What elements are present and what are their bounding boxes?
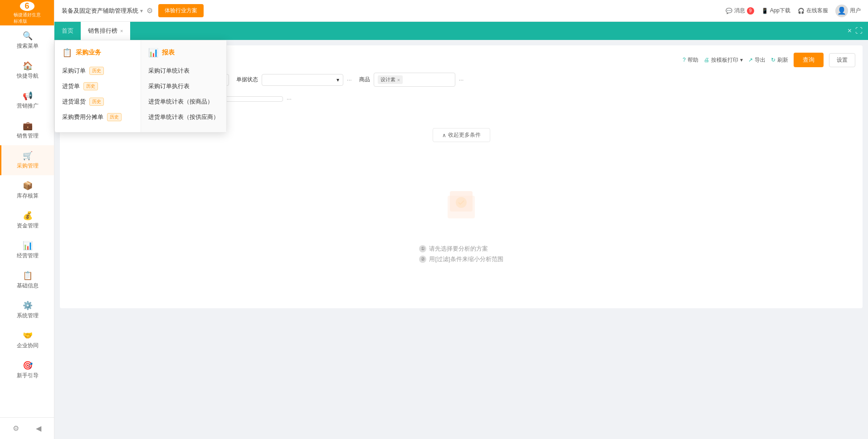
sidebar-item-quick-nav[interactable]: 🏠 快捷导航 xyxy=(0,55,54,85)
purchase-dropdown-menu: 📋 采购业务 采购订单 历史 进货单 历史 进货退货 历史 采购费用分摊单 历史 xyxy=(54,40,227,133)
purchase-icon: 🛒 xyxy=(23,151,33,161)
logo-icon: 6 xyxy=(20,1,34,11)
sidebar-item-enterprise[interactable]: 🤝 企业协同 xyxy=(0,325,54,355)
finance-icon: 💰 xyxy=(23,211,33,221)
purchase-expense-item[interactable]: 采购费用分摊单 历史 xyxy=(62,109,133,125)
sidebar-item-purchase[interactable]: 🛒 采购管理 xyxy=(0,145,54,175)
incoming-return-item[interactable]: 进货退货 历史 xyxy=(62,94,133,109)
marketing-icon: 📢 xyxy=(23,91,33,101)
incoming-stats-by-supplier-item[interactable]: 进货单统计表（按供应商） xyxy=(148,109,219,125)
purchase-order-history-badge: 历史 xyxy=(89,67,104,75)
sidebar-item-inventory[interactable]: 📦 库存核算 xyxy=(0,175,54,205)
purchase-biz-icon: 📋 xyxy=(62,48,72,58)
base-info-icon: 📋 xyxy=(23,271,33,281)
topbar-dropdown-arrow[interactable]: ▾ xyxy=(140,8,143,14)
sidebar-logo: 6 畅捷通好生意 标准版 xyxy=(0,0,54,25)
incoming-order-history-badge: 历史 xyxy=(83,82,98,90)
enterprise-icon: 🤝 xyxy=(23,330,33,340)
avatar: 👤 xyxy=(835,5,848,17)
purchase-order-item[interactable]: 采购订单 历史 xyxy=(62,63,133,79)
sidebar-item-system[interactable]: ⚙️ 系统管理 xyxy=(0,295,54,325)
incoming-order-item[interactable]: 进货单 历史 xyxy=(62,79,133,94)
topbar-right: 💬 消息 9 📱 App下载 🎧 在线客服 👤 用户 xyxy=(726,5,861,17)
sidebar-item-guide[interactable]: 🎯 新手引导 xyxy=(0,355,54,385)
sidebar-menu: 🔍 搜索菜单 🏠 快捷导航 📢 营销推广 💼 销售管理 🛒 采购管理 📦 库存核… xyxy=(0,25,54,417)
sidebar-item-sales[interactable]: 💼 销售管理 xyxy=(0,115,54,145)
inventory-icon: 📦 xyxy=(23,181,33,191)
logo-text: 畅捷通好生意 标准版 xyxy=(14,12,41,25)
message-badge: 9 xyxy=(747,7,754,15)
topbar: 装备及固定资产辅助管理系统 ▾ ⚙ 体验行业方案 💬 消息 9 📱 App下载 … xyxy=(54,0,868,22)
topbar-title: 装备及固定资产辅助管理系统 xyxy=(62,7,138,15)
tabbar: 首页 销售排行榜 × × ⛶ xyxy=(54,22,868,40)
message-button[interactable]: 💬 消息 9 xyxy=(726,7,754,15)
tab-close-icon[interactable]: × xyxy=(120,28,123,34)
report-icon: 📊 xyxy=(148,48,158,58)
sidebar-collapse-icon[interactable]: ◀ xyxy=(36,424,41,433)
report-section: 📊 报表 采购订单统计表 采购订单执行表 进货单统计表（按商品） 进货单统计表（… xyxy=(141,40,227,132)
incoming-return-history-badge: 历史 xyxy=(89,98,104,106)
phone-icon: 📱 xyxy=(761,8,768,14)
tabbar-controls: × ⛶ xyxy=(848,27,868,35)
tab-fullscreen-icon[interactable]: ⛶ xyxy=(855,27,863,35)
sidebar-item-search[interactable]: 🔍 搜索菜单 xyxy=(0,25,54,55)
search-icon: 🔍 xyxy=(23,31,33,41)
purchase-biz-header: 📋 采购业务 xyxy=(62,48,133,58)
sales-icon: 💼 xyxy=(23,121,33,131)
sidebar-item-finance[interactable]: 💰 资金管理 xyxy=(0,205,54,235)
sidebar-item-base-info[interactable]: 📋 基础信息 xyxy=(0,265,54,295)
message-icon: 💬 xyxy=(726,8,732,14)
sidebar-item-marketing[interactable]: 📢 营销推广 xyxy=(0,85,54,115)
headset-icon: 🎧 xyxy=(798,8,805,14)
online-service-button[interactable]: 🎧 在线客服 xyxy=(798,7,828,15)
purchase-biz-section: 📋 采购业务 采购订单 历史 进货单 历史 进货退货 历史 采购费用分摊单 历史 xyxy=(55,40,141,132)
purchase-order-stats-item[interactable]: 采购订单统计表 xyxy=(148,63,219,79)
sidebar-settings-icon[interactable]: ⚙ xyxy=(13,424,19,433)
sidebar-item-operation[interactable]: 📊 经营管理 xyxy=(0,235,54,265)
app-download-button[interactable]: 📱 App下载 xyxy=(761,7,790,15)
guide-icon: 🎯 xyxy=(23,360,33,370)
incoming-stats-by-goods-item[interactable]: 进货单统计表（按商品） xyxy=(148,94,219,109)
topbar-gear-icon[interactable]: ⚙ xyxy=(146,6,153,15)
industry-solution-button[interactable]: 体验行业方案 xyxy=(158,4,204,17)
home-icon: 🏠 xyxy=(23,61,33,71)
user-menu-button[interactable]: 👤 用户 xyxy=(835,5,861,17)
sidebar-bottom: ⚙ ◀ xyxy=(0,417,54,439)
purchase-order-exec-item[interactable]: 采购订单执行表 xyxy=(148,79,219,94)
tab-close-all-icon[interactable]: × xyxy=(848,27,852,35)
purchase-expense-history-badge: 历史 xyxy=(107,113,122,121)
dropdown-overlay: 📋 采购业务 采购订单 历史 进货单 历史 进货退货 历史 采购费用分摊单 历史 xyxy=(54,40,868,439)
tab-home[interactable]: 首页 xyxy=(54,22,81,40)
system-icon: ⚙️ xyxy=(23,301,33,311)
sidebar: 6 畅捷通好生意 标准版 🔍 搜索菜单 🏠 快捷导航 📢 营销推广 💼 销售管理… xyxy=(0,0,54,439)
report-header: 📊 报表 xyxy=(148,48,219,58)
operation-icon: 📊 xyxy=(23,241,33,251)
tab-sales-rank[interactable]: 销售排行榜 × xyxy=(81,22,130,40)
